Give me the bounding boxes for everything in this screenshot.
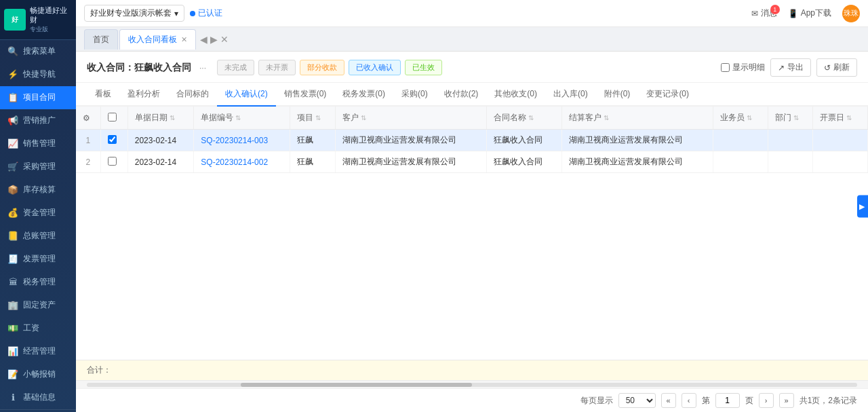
sidebar-item-2[interactable]: 📋项目合同 xyxy=(0,86,76,109)
inner-tab-4[interactable]: 销售发票(0) xyxy=(276,83,335,107)
bill-link-1[interactable]: SQ-20230214-002 xyxy=(201,157,268,167)
sidebar-item-7[interactable]: 💰资金管理 xyxy=(0,202,76,225)
inner-tab-3[interactable]: 收入确认(2) xyxy=(217,83,276,107)
table-row[interactable]: 22023-02-14SQ-20230214-002狂飙湖南卫视商业运营发展有限… xyxy=(76,151,868,173)
cell-bill_no-row0[interactable]: SQ-20230214-003 xyxy=(194,130,290,151)
sidebar-icon-4: 📈 xyxy=(7,138,19,150)
col-header-invoice_date[interactable]: 开票日 ⇅ xyxy=(813,107,868,130)
sidebar-item-10[interactable]: 🏛税务管理 xyxy=(0,271,76,294)
select-all-checkbox[interactable] xyxy=(108,113,117,121)
status-btn-incomplete[interactable]: 未完成 xyxy=(217,60,254,75)
export-button[interactable]: ↗ 导出 xyxy=(770,58,811,77)
cell-check-row0[interactable] xyxy=(100,130,127,151)
col-header-salesperson[interactable]: 业务员 ⇅ xyxy=(713,107,768,130)
scrollbar-thumb[interactable] xyxy=(241,383,472,387)
sidebar-item-3[interactable]: 📢营销推广 xyxy=(0,109,76,132)
sidebar-item-1[interactable]: ⚡快捷导航 xyxy=(0,63,76,86)
sidebar-label-12: 工资 xyxy=(23,322,39,334)
inner-tab-8[interactable]: 其他收支(0) xyxy=(486,83,545,107)
page-number-input[interactable] xyxy=(715,393,740,408)
horizontal-scrollbar[interactable] xyxy=(76,380,868,388)
cell-check-row1[interactable] xyxy=(100,151,127,173)
inner-tab-2[interactable]: 合同标的 xyxy=(168,83,217,107)
sidebar-label-8: 总账管理 xyxy=(23,230,56,242)
sidebar-nav: 🔍搜索菜单⚡快捷导航📋项目合同📢营销推广📈销售管理🛒采购管理📦库存核算💰资金管理… xyxy=(0,40,76,409)
status-btn-uninvoiced[interactable]: 未开票 xyxy=(258,60,296,75)
right-edge-action-button[interactable]: ▶ xyxy=(857,195,868,217)
inner-tab-6[interactable]: 采购(0) xyxy=(393,83,436,107)
status-btn-active[interactable]: 已生效 xyxy=(405,60,442,75)
cell-settle_customer-row0: 湖南卫视商业运营发展有限公司 xyxy=(561,130,713,151)
cell-bill_no-row1[interactable]: SQ-20230214-002 xyxy=(194,151,290,173)
inner-tab-10[interactable]: 附件(0) xyxy=(596,83,639,107)
company-selector[interactable]: 好业财专业版演示帐套 ▾ xyxy=(84,5,184,22)
pagination: 每页显示 50 100 « ‹ 第 页 › » 共1页，2条记录 xyxy=(76,388,868,412)
sidebar-label-3: 营销推广 xyxy=(23,115,56,126)
sidebar-item-4[interactable]: 📈销售管理 xyxy=(0,132,76,155)
row-checkbox-1[interactable] xyxy=(108,157,117,166)
next-page-button[interactable]: › xyxy=(759,393,774,408)
inner-tab-11[interactable]: 变更记录(0) xyxy=(638,83,697,107)
sidebar-item-5[interactable]: 🛒采购管理 xyxy=(0,155,76,179)
tab-home[interactable]: 首页 xyxy=(84,29,118,50)
col-header-project[interactable]: 项目 ⇅ xyxy=(290,107,335,130)
col-header-contract_name[interactable]: 合同名称 ⇅ xyxy=(487,107,561,130)
tab-contract-board[interactable]: 收入合同看板 ✕ xyxy=(119,29,196,50)
avatar: 珠珠 xyxy=(842,5,860,22)
sort-icon: ⇅ xyxy=(747,114,752,121)
inner-tab-7[interactable]: 收付款(2) xyxy=(436,83,487,107)
row-checkbox-0[interactable] xyxy=(108,135,117,144)
app-download-button[interactable]: 📱 App下载 xyxy=(788,7,831,19)
tab-nav-close[interactable]: ✕ xyxy=(220,34,229,45)
cell-project-row1: 狂飙 xyxy=(290,151,335,173)
col-header-department[interactable]: 部门 ⇅ xyxy=(768,107,813,130)
sidebar-item-12[interactable]: 💵工资 xyxy=(0,317,76,340)
col-header-settle_customer[interactable]: 结算客户 ⇅ xyxy=(561,107,713,130)
tab-nav-prev[interactable]: ◀ xyxy=(200,34,208,45)
show-detail-input[interactable] xyxy=(721,63,730,72)
refresh-button[interactable]: ↺ 刷新 xyxy=(816,58,857,77)
sidebar-item-6[interactable]: 📦库存核算 xyxy=(0,179,76,202)
last-page-button[interactable]: » xyxy=(779,393,794,408)
tab-close-icon[interactable]: ✕ xyxy=(181,35,187,44)
user-avatar[interactable]: 珠珠 xyxy=(842,5,860,22)
settings-icon[interactable]: ⚙ xyxy=(83,113,90,123)
topbar: 好业财专业版演示帐套 ▾ 已认证 ✉ 1 消息 📱 App下载 珠珠 xyxy=(76,0,868,27)
more-options-button[interactable]: ··· xyxy=(197,63,209,73)
inner-tab-0[interactable]: 看板 xyxy=(87,83,119,107)
sidebar-item-14[interactable]: 📝小畅报销 xyxy=(0,363,76,386)
sidebar-item-15[interactable]: ℹ基础信息 xyxy=(0,386,76,409)
sidebar-item-0[interactable]: 🔍搜索菜单 xyxy=(0,40,76,63)
status-btn-confirmed[interactable]: 已收入确认 xyxy=(349,60,401,75)
inner-tab-1[interactable]: 盈利分析 xyxy=(119,83,168,107)
inner-tab-9[interactable]: 出入库(0) xyxy=(545,83,596,107)
sidebar-icon-11: 🏢 xyxy=(7,299,19,312)
sidebar-item-11[interactable]: 🏢固定资产 xyxy=(0,294,76,317)
table-header: ⚙单据日期 ⇅单据编号 ⇅项目 ⇅客户 ⇅合同名称 ⇅结算客户 ⇅业务员 ⇅部门… xyxy=(76,107,868,130)
show-detail-checkbox[interactable]: 显示明细 xyxy=(721,62,765,73)
table-row[interactable]: 12023-02-14SQ-20230214-003狂飙湖南卫视商业运营发展有限… xyxy=(76,130,868,151)
first-page-button[interactable]: « xyxy=(661,393,676,408)
col-header-date[interactable]: 单据日期 ⇅ xyxy=(127,107,194,130)
sidebar-item-9[interactable]: 🧾发票管理 xyxy=(0,248,76,271)
cell-invoice_date-row0 xyxy=(813,130,868,151)
cell-customer-row0: 湖南卫视商业运营发展有限公司 xyxy=(335,130,487,151)
col-header-bill_no[interactable]: 单据编号 ⇅ xyxy=(194,107,290,130)
col-header-customer[interactable]: 客户 ⇅ xyxy=(335,107,487,130)
bill-link-0[interactable]: SQ-20230214-003 xyxy=(201,136,268,145)
page-suffix: 页 xyxy=(745,395,753,407)
sidebar-item-13[interactable]: 📊经营管理 xyxy=(0,340,76,363)
inner-tab-5[interactable]: 税务发票(0) xyxy=(334,83,393,107)
tab-nav-next[interactable]: ▶ xyxy=(210,34,218,45)
status-btn-partial[interactable]: 部分收款 xyxy=(300,60,344,75)
sidebar-item-8[interactable]: 📒总账管理 xyxy=(0,225,76,248)
sidebar-label-13: 经营管理 xyxy=(23,345,56,357)
messages-button[interactable]: ✉ 1 消息 xyxy=(751,7,777,19)
cell-date-row1: 2023-02-14 xyxy=(127,151,194,173)
sidebar-icon-12: 💵 xyxy=(7,322,19,335)
prev-page-button[interactable]: ‹ xyxy=(682,393,696,408)
per-page-select[interactable]: 50 100 xyxy=(618,393,656,408)
table-container[interactable]: ⚙单据日期 ⇅单据编号 ⇅项目 ⇅客户 ⇅合同名称 ⇅结算客户 ⇅业务员 ⇅部门… xyxy=(76,107,868,360)
scrollbar-track xyxy=(87,383,857,387)
content-area: 首页 收入合同看板 ✕ ◀ ▶ ✕ 收入合同：狂飙收入合同 ··· 未完成未开票… xyxy=(76,27,868,412)
